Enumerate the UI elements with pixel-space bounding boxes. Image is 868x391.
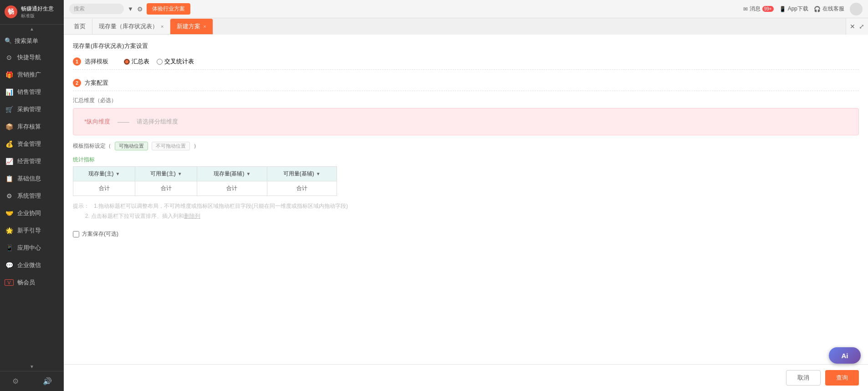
topbar-search-box[interactable]: 搜索 (69, 4, 124, 14)
app-download-label: App下载 (788, 5, 808, 13)
col2-label: 可用量(主) (150, 170, 176, 178)
summary-radio[interactable] (124, 59, 130, 65)
purchase-icon: 🛒 (5, 106, 14, 113)
tab-inventory-label: 现存量（库存状况表） (99, 22, 158, 31)
system-icon: ⚙ (5, 192, 14, 200)
save-label: 方案保存(可选) (82, 230, 118, 238)
tab-home[interactable]: 首页 (67, 19, 92, 34)
template-options: 汇总表 交叉统计表 (124, 57, 194, 66)
sidebar-search[interactable]: 🔍 搜索菜单 (0, 33, 64, 49)
col4-chevron[interactable]: ▼ (316, 171, 321, 176)
sidebar-item-quick-nav[interactable]: ⊙ 快捷导航 (0, 49, 64, 66)
col-header-2[interactable]: 可用量(主) ▼ (135, 167, 197, 181)
crosstab-radio[interactable] (157, 59, 163, 65)
member-icon: V (5, 279, 14, 286)
col-header-3[interactable]: 现存量(基辅) ▼ (197, 167, 267, 181)
quick-nav-icon: ⊙ (5, 54, 14, 61)
tab-inventory-close[interactable]: × (161, 24, 163, 29)
sidebar-scroll-down[interactable]: ▼ (0, 362, 64, 371)
message-label: 消息 (750, 5, 761, 13)
col1-value: 合计 (73, 181, 135, 196)
sidebar-item-member[interactable]: V 畅会员 (0, 274, 64, 291)
sidebar-item-label: 经营管理 (17, 157, 41, 165)
col1-chevron[interactable]: ▼ (116, 171, 120, 176)
sidebar-item-cooperation[interactable]: 🤝 企业协同 (0, 205, 64, 222)
message-btn[interactable]: ✉ 消息 99+ (743, 5, 774, 13)
crosstab-label: 交叉统计表 (164, 57, 194, 66)
app-download-btn[interactable]: 📱 App下载 (779, 5, 808, 13)
tab-home-label: 首页 (74, 22, 86, 31)
operations-icon: 📈 (5, 158, 14, 165)
delete-col-link[interactable]: 删除列 (184, 213, 200, 219)
sidebar-item-label: 采购管理 (17, 105, 41, 113)
sidebar-item-label: 新手引导 (17, 226, 41, 235)
avatar[interactable] (850, 3, 863, 15)
tab-inventory-status[interactable]: 现存量（库存状况表） × (92, 19, 170, 34)
col-header-1[interactable]: 现存量(主) ▼ (73, 167, 135, 181)
basic-info-icon: 📋 (5, 175, 14, 182)
tip-2: 2. 点击标题栏下拉可设置排序、插入列和删除列 (73, 211, 859, 221)
tabs-bar: 首页 现存量（库存状况表） × 新建方案 × (64, 18, 213, 35)
crosstab-option[interactable]: 交叉统计表 (157, 57, 194, 66)
sidebar-item-inventory[interactable]: 📦 库存核算 (0, 118, 64, 135)
step2-header: 2 方案配置 (73, 79, 859, 91)
cancel-button[interactable]: 取消 (786, 370, 821, 386)
logo-subtitle: 标准版 (21, 13, 54, 19)
col2-chevron[interactable]: ▼ (178, 171, 182, 176)
sound-footer-btn[interactable]: 🔊 (39, 375, 56, 387)
sidebar-item-new-guide[interactable]: 🌟 新手引导 (0, 222, 64, 239)
message-icon: ✉ (743, 6, 748, 12)
sidebar-item-app-center[interactable]: 📱 应用中心 (0, 239, 64, 257)
tab-new-scheme[interactable]: 新建方案 × (170, 19, 213, 34)
save-option: 方案保存(可选) (73, 230, 859, 238)
stats-section-label: 统计指标 (73, 156, 859, 164)
sidebar-item-purchase[interactable]: 🛒 采购管理 (0, 101, 64, 118)
step2-number: 2 (73, 79, 81, 87)
tab-new-scheme-close[interactable]: × (203, 24, 206, 29)
inventory-icon: 📦 (5, 123, 14, 130)
ai-label: Ai (842, 352, 848, 360)
sidebar-item-sales[interactable]: 📊 销售管理 (0, 83, 64, 101)
sidebar: 畅 畅赚通好生意 标准版 ▲ 🔍 搜索菜单 ⊙ 快捷导航 🎁 营销推广 📊 销售… (0, 0, 64, 391)
footer-bar: 取消 查询 (64, 364, 868, 391)
close-window-btn[interactable]: ✕ (850, 23, 855, 30)
settings-footer-btn[interactable]: ⚙ (9, 375, 22, 387)
ai-float-button[interactable]: Ai (829, 347, 861, 364)
sidebar-item-finance[interactable]: 💰 资金管理 (0, 135, 64, 153)
logo-icon: 畅 (5, 5, 17, 18)
step1-section: 1 选择模板 汇总表 交叉统计表 (73, 57, 859, 70)
save-checkbox[interactable] (73, 231, 79, 237)
finance-icon: 💰 (5, 140, 14, 148)
sidebar-item-system[interactable]: ⚙ 系统管理 (0, 187, 64, 205)
logo-title: 畅赚通好生意 (21, 5, 54, 13)
summary-option[interactable]: 汇总表 (124, 57, 149, 66)
col3-label: 现存量(基辅) (214, 170, 245, 178)
topbar: 搜索 ▼ ⚙ 体验行业方案 ✉ 消息 99+ 📱 App下载 🎧 在线客服 (64, 0, 868, 18)
industry-btn[interactable]: 体验行业方案 (147, 3, 190, 15)
tab-new-scheme-label: 新建方案 (177, 22, 200, 31)
col-header-4[interactable]: 可用量(基辅) ▼ (267, 167, 337, 181)
expand-window-btn[interactable]: ⤢ (859, 23, 864, 30)
sidebar-footer: ⚙ 🔊 (0, 371, 64, 391)
sidebar-item-label: 基础信息 (17, 175, 41, 183)
marketing-icon: 🎁 (5, 71, 14, 78)
sidebar-item-enterprise-wechat[interactable]: 💬 企业微信 (0, 257, 64, 274)
main-area: 搜索 ▼ ⚙ 体验行业方案 ✉ 消息 99+ 📱 App下载 🎧 在线客服 (64, 0, 868, 391)
sidebar-item-label: 畅会员 (17, 278, 35, 287)
col3-value: 合计 (197, 181, 267, 196)
online-support-btn[interactable]: 🎧 在线客服 (814, 5, 844, 13)
stats-table: 现存量(主) ▼ 可用量(主) ▼ 现存量(基辅 (73, 166, 337, 196)
topbar-right: ✉ 消息 99+ 📱 App下载 🎧 在线客服 (743, 3, 863, 15)
tabs-wrapper: 首页 现存量（库存状况表） × 新建方案 × ✕ ⤢ (64, 18, 868, 35)
sidebar-item-marketing[interactable]: 🎁 营销推广 (0, 66, 64, 83)
sidebar-item-operations[interactable]: 📈 经营管理 (0, 153, 64, 170)
sidebar-item-basic-info[interactable]: 📋 基础信息 (0, 170, 64, 187)
cooperation-icon: 🤝 (5, 210, 14, 217)
topbar-dropdown[interactable]: ▼ (128, 5, 133, 12)
step2-title: 方案配置 (85, 79, 108, 87)
sidebar-scroll-up[interactable]: ▲ (0, 25, 64, 33)
query-button[interactable]: 查询 (825, 370, 859, 386)
dimension-row: *纵向维度 —— 请选择分组维度 (84, 118, 848, 126)
topbar-gear[interactable]: ⚙ (137, 5, 143, 13)
col3-chevron[interactable]: ▼ (246, 171, 251, 176)
